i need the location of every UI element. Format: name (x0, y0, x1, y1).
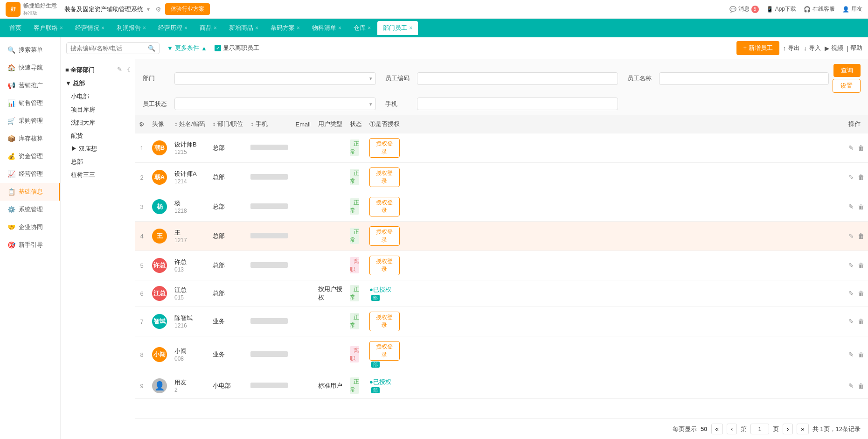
auth-button[interactable]: 授权登录 (369, 197, 400, 216)
edit-icon[interactable]: ✎ (848, 318, 854, 325)
edit-icon[interactable]: ✎ (848, 232, 854, 240)
sidebar-item-基础信息[interactable]: 📋基础信息 (0, 183, 60, 201)
phone-input[interactable] (417, 98, 618, 110)
trial-button[interactable]: 体验行业方案 (165, 3, 210, 15)
delete-icon[interactable]: 🗑 (858, 318, 864, 325)
emp-name-input[interactable] (659, 72, 829, 85)
edit-icon[interactable]: ✎ (848, 262, 854, 269)
col-settings[interactable]: ⚙ (135, 115, 148, 133)
dept-collapse-icon[interactable]: 《 (124, 66, 130, 74)
dept-edit-icon[interactable]: ✎ (117, 66, 122, 74)
settings-icon[interactable]: ⚙ (155, 6, 161, 13)
auth-button[interactable]: 授权登录 (369, 226, 400, 246)
delete-icon[interactable]: 🗑 (858, 144, 864, 152)
sidebar-item-销售管理[interactable]: 📊销售管理 (0, 94, 60, 112)
import-button[interactable]: ↓ 导入 (804, 44, 821, 52)
dept-node-zhishuwan[interactable]: 植树王三 (61, 168, 135, 181)
add-employee-button[interactable]: + 新增员工 (736, 41, 779, 55)
auth-button[interactable]: 授权登录 (369, 341, 400, 361)
tab-close-利润报告[interactable]: × (143, 25, 146, 31)
col-phone[interactable]: ↕ 手机 (247, 115, 292, 133)
dept-node-zongbu[interactable]: ▼ 总部 (61, 77, 135, 90)
dept-node-zongbu2[interactable]: 总部 (61, 155, 135, 168)
auth-button[interactable]: 授权登录 (369, 312, 400, 331)
nav-tab-物料清单[interactable]: 物料清单× (306, 21, 347, 35)
show-resigned-toggle[interactable]: ✓ 显示离职员工 (215, 44, 259, 52)
sidebar-item-快速导航[interactable]: 🏠快速导航 (0, 59, 60, 77)
user-action[interactable]: 👤 用友 (842, 5, 862, 13)
first-page-button[interactable]: « (711, 424, 723, 434)
search-box[interactable]: 🔍 (66, 42, 160, 54)
nav-tab-首页[interactable]: 首页 (4, 21, 27, 35)
emp-code-input[interactable] (417, 72, 618, 85)
page-input[interactable] (750, 424, 769, 434)
sidebar-item-采购管理[interactable]: 🛒采购管理 (0, 112, 60, 130)
nav-tab-经营历程[interactable]: 经营历程× (153, 21, 193, 35)
tab-close-经营历程[interactable]: × (184, 25, 187, 31)
dept-node-xiaodianbu[interactable]: 小电部 (61, 90, 135, 103)
sidebar-item-系统管理[interactable]: ⚙️系统管理 (0, 201, 60, 218)
dept-node-shenyangdaku[interactable]: 沈阳大库 (61, 116, 135, 129)
dept-node-xiangmukufang[interactable]: 项目库房 (61, 103, 135, 116)
delete-icon[interactable]: 🗑 (858, 290, 864, 297)
dept-node-shuangmiao[interactable]: ▶ 双庙想 (61, 142, 135, 155)
tab-close-部门员工[interactable]: × (409, 25, 412, 31)
delete-icon[interactable]: 🗑 (858, 174, 864, 181)
set-button[interactable]: 设置 (833, 79, 861, 93)
delete-icon[interactable]: 🗑 (858, 203, 864, 210)
dept-select[interactable] (174, 72, 376, 85)
delete-icon[interactable]: 🗑 (858, 382, 864, 390)
auth-button[interactable]: 授权登录 (369, 167, 400, 187)
nav-tab-仓库[interactable]: 仓库× (348, 21, 376, 35)
more-filter-btn[interactable]: ▼ 更多条件 ▲ (163, 42, 211, 54)
prev-page-button[interactable]: ‹ (727, 424, 737, 434)
sidebar-item-资金管理[interactable]: 💰资金管理 (0, 147, 60, 165)
nav-tab-新增商品[interactable]: 新增商品× (223, 21, 264, 35)
query-button[interactable]: 查询 (833, 64, 861, 77)
app-download-action[interactable]: 📱 App下载 (766, 5, 796, 13)
search-input[interactable] (70, 45, 146, 52)
tab-close-条码方案[interactable]: × (297, 25, 300, 31)
message-action[interactable]: 💬 消息 5 (729, 5, 759, 13)
sidebar-item-企业协同[interactable]: 🤝企业协同 (0, 218, 60, 236)
export-button[interactable]: ↑ 导出 (783, 44, 800, 52)
edit-icon[interactable]: ✎ (848, 203, 854, 210)
system-dropdown[interactable]: ▾ (147, 6, 150, 13)
auth-button[interactable]: 授权登录 (369, 256, 400, 275)
tab-close-仓库[interactable]: × (368, 25, 371, 31)
dept-node-peihuo[interactable]: 配货 (61, 129, 135, 142)
edit-icon[interactable]: ✎ (848, 174, 854, 181)
tab-close-物料清单[interactable]: × (338, 25, 341, 31)
sidebar-item-库存核算[interactable]: 📦库存核算 (0, 130, 60, 147)
nav-tab-客户联络[interactable]: 客户联络× (28, 21, 69, 35)
edit-icon[interactable]: ✎ (848, 351, 854, 358)
auth-button[interactable]: 授权登录 (369, 138, 400, 158)
help-button[interactable]: | 帮助 (847, 44, 862, 52)
tab-close-新增商品[interactable]: × (255, 25, 258, 31)
edit-icon[interactable]: ✎ (848, 144, 854, 152)
nav-tab-条码方案[interactable]: 条码方案× (265, 21, 306, 35)
col-name[interactable]: ↕ 姓名/编码 (171, 115, 209, 133)
delete-icon[interactable]: 🗑 (858, 232, 864, 240)
delete-icon[interactable]: 🗑 (858, 351, 864, 358)
delete-icon[interactable]: 🗑 (858, 262, 864, 269)
col-dept[interactable]: ↕ 部门/职位 (209, 115, 247, 133)
tab-close-客户联络[interactable]: × (60, 25, 63, 31)
service-action[interactable]: 🎧 在线客服 (804, 5, 835, 13)
nav-tab-商品[interactable]: 商品× (194, 21, 222, 35)
last-page-button[interactable]: » (797, 424, 808, 434)
nav-tab-经营情况[interactable]: 经营情况× (69, 21, 110, 35)
edit-icon[interactable]: ✎ (848, 382, 854, 390)
sidebar-item-营销推广[interactable]: 📢营销推广 (0, 77, 60, 94)
tab-close-商品[interactable]: × (214, 25, 217, 31)
sidebar-item-经营管理[interactable]: 📈经营管理 (0, 165, 60, 183)
sidebar-item-新手引导[interactable]: 🎯新手引导 (0, 236, 60, 254)
next-page-button[interactable]: › (783, 424, 793, 434)
nav-tab-部门员工[interactable]: 部门员工× (377, 21, 418, 35)
view-button[interactable]: ▶ 视频 (825, 44, 843, 52)
sidebar-item-搜索菜单[interactable]: 🔍搜索菜单 (0, 41, 60, 59)
tab-close-经营情况[interactable]: × (101, 25, 104, 31)
nav-tab-利润报告[interactable]: 利润报告× (111, 21, 152, 35)
edit-icon[interactable]: ✎ (848, 290, 854, 297)
emp-status-select[interactable] (174, 98, 376, 110)
